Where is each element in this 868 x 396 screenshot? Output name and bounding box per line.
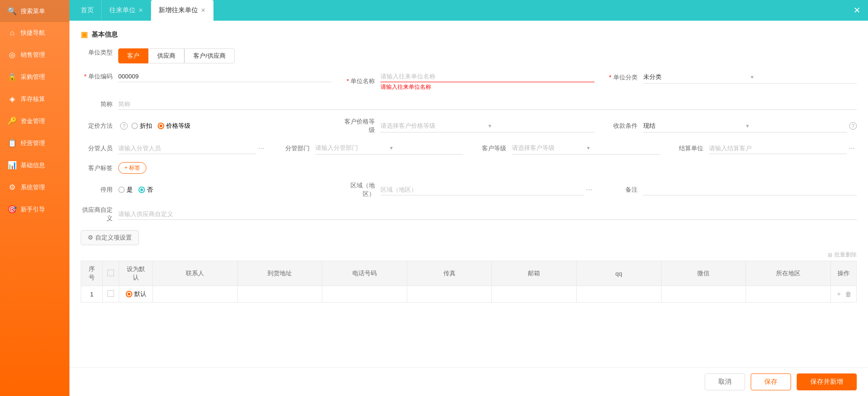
address-input[interactable] bbox=[243, 291, 318, 298]
remark-input-wrap bbox=[643, 184, 857, 195]
payment-terms-label: 收款条件 bbox=[606, 122, 643, 130]
save-new-button[interactable]: 保存并新增 bbox=[797, 373, 857, 390]
inventory-icon: ◈ bbox=[8, 94, 17, 103]
cancel-button[interactable]: 取消 bbox=[705, 373, 745, 390]
field-customer-price-level: 客户价格等级 请选择客户价格等级 ▾ bbox=[343, 117, 594, 134]
col-address: 到货地址 bbox=[237, 261, 322, 286]
cell-fax[interactable] bbox=[407, 286, 492, 303]
email-input[interactable] bbox=[496, 291, 571, 298]
sidebar-item-sales[interactable]: ◎ 销售管理 bbox=[0, 44, 69, 66]
unit-category-select[interactable]: 未分类 ▾ bbox=[643, 71, 857, 84]
sidebar-item-system[interactable]: ⚙ 系统管理 bbox=[0, 176, 69, 198]
fax-input[interactable] bbox=[412, 291, 487, 298]
payment-terms-help-icon[interactable]: ? bbox=[849, 122, 857, 130]
radio-no-circle bbox=[138, 186, 145, 193]
pricing-help-icon[interactable]: ? bbox=[120, 122, 128, 130]
supplier-custom-label: 供应商自定义 bbox=[81, 206, 118, 223]
section-icon: ▣ bbox=[81, 30, 88, 39]
tab-contacts[interactable]: 往来单位 ✕ bbox=[102, 0, 151, 21]
cell-contact[interactable] bbox=[152, 286, 237, 303]
cell-qq[interactable] bbox=[576, 286, 661, 303]
sidebar-item-quick-nav[interactable]: ⌂ 快捷导航 bbox=[0, 22, 69, 44]
row-checkbox[interactable] bbox=[107, 290, 114, 297]
radio-yes[interactable]: 是 bbox=[118, 186, 133, 194]
customer-tag-label: 客户标签 bbox=[81, 164, 118, 172]
radio-default[interactable]: 默认 bbox=[124, 290, 148, 298]
radio-price-level[interactable]: 价格等级 bbox=[158, 122, 190, 130]
del-row-btn[interactable]: 🗑 bbox=[845, 290, 852, 298]
department-label: 分管部门 bbox=[278, 144, 315, 153]
region-dots-btn[interactable]: ··· bbox=[584, 186, 594, 194]
cell-address[interactable] bbox=[237, 286, 322, 303]
region-input[interactable] bbox=[381, 184, 584, 195]
manager-input[interactable] bbox=[118, 143, 256, 154]
btn-both[interactable]: 客户/供应商 bbox=[184, 48, 235, 63]
phone-input[interactable] bbox=[327, 291, 402, 298]
supplier-custom-input[interactable] bbox=[118, 209, 857, 220]
customer-level-select[interactable]: 请选择客户等级 ▾ bbox=[512, 142, 660, 155]
tab-new-contact-close[interactable]: ✕ bbox=[201, 7, 206, 14]
payment-terms-select[interactable]: 现结 ▾ bbox=[643, 120, 847, 132]
unit-name-error: 请输入往来单位名称 bbox=[381, 83, 594, 91]
btn-customer[interactable]: 客户 bbox=[118, 48, 148, 63]
field-unit-category: 单位分类 未分类 ▾ bbox=[606, 71, 857, 84]
department-select[interactable]: 请输入分管部门 ▾ bbox=[315, 142, 464, 155]
short-name-label: 简称 bbox=[81, 100, 118, 109]
main-area: 首页 往来单位 ✕ 新增往来单位 ✕ ✕ ▣ 基本信息 单位类型 客户 供应商 … bbox=[69, 0, 868, 396]
tab-contacts-close[interactable]: ✕ bbox=[138, 7, 143, 14]
table-row: 1 默认 bbox=[81, 286, 857, 303]
tab-new-contact[interactable]: 新增往来单位 ✕ bbox=[151, 0, 213, 21]
tab-home[interactable]: 首页 bbox=[73, 0, 102, 21]
supplier-custom-input-wrap bbox=[118, 209, 857, 220]
wechat-input[interactable] bbox=[666, 291, 741, 298]
sidebar-item-basic-info[interactable]: 📊 基础信息 bbox=[0, 154, 69, 176]
settlement-unit-dots-btn[interactable]: ··· bbox=[847, 144, 857, 153]
row-supplier-custom: 供应商自定义 bbox=[81, 206, 857, 223]
sidebar-item-finance[interactable]: 🔑 资金管理 bbox=[0, 110, 69, 132]
sidebar-item-purchase[interactable]: 🔒 采购管理 bbox=[0, 66, 69, 88]
tabbar-close-all[interactable]: ✕ bbox=[850, 5, 864, 16]
btn-supplier[interactable]: 供应商 bbox=[148, 48, 184, 63]
remark-input[interactable] bbox=[643, 184, 857, 195]
sidebar-item-guide[interactable]: 🎯 新手引导 bbox=[0, 198, 69, 220]
cell-phone[interactable] bbox=[322, 286, 407, 303]
add-row-btn[interactable]: ＋ bbox=[836, 290, 842, 298]
radio-no[interactable]: 否 bbox=[138, 186, 153, 194]
unit-type-label: 单位类型 bbox=[81, 48, 118, 57]
sidebar-item-operations[interactable]: 📋 经营管理 bbox=[0, 132, 69, 154]
sidebar-item-search[interactable]: 🔍 搜索菜单 bbox=[0, 0, 69, 22]
settlement-unit-input[interactable] bbox=[709, 143, 847, 154]
row-manager-dept: 分管人员 ··· 分管部门 请输入分管部门 ▾ 客户等级 请选择客户等级 ▾ bbox=[81, 142, 857, 155]
unit-code-input[interactable] bbox=[118, 71, 332, 82]
field-settlement-unit: 结算单位 ··· bbox=[671, 143, 857, 154]
radio-discount[interactable]: 折扣 bbox=[131, 122, 152, 130]
manager-dots-btn[interactable]: ··· bbox=[256, 144, 266, 153]
manager-input-wrap: ··· bbox=[118, 143, 266, 154]
region-row-input[interactable] bbox=[751, 291, 826, 298]
field-unit-name: 单位名称 请输入往来单位名称 bbox=[343, 71, 594, 91]
cell-checkbox bbox=[103, 286, 119, 303]
cell-email[interactable] bbox=[492, 286, 577, 303]
short-name-input[interactable] bbox=[118, 99, 857, 110]
field-short-name: 简称 bbox=[81, 99, 857, 110]
customer-price-level-arrow: ▾ bbox=[488, 123, 594, 129]
row-code-name-category: 单位编码 单位名称 请输入往来单位名称 单位分类 未分类 ▾ bbox=[81, 71, 857, 91]
qq-input[interactable] bbox=[581, 291, 656, 298]
field-disabled: 停用 是 否 bbox=[81, 186, 332, 194]
unit-name-input[interactable] bbox=[381, 71, 594, 82]
field-region: 区域（地区） ··· bbox=[343, 181, 594, 198]
custom-settings-button[interactable]: ⚙ 自定义项设置 bbox=[81, 230, 139, 245]
save-button[interactable]: 保存 bbox=[751, 373, 791, 390]
cell-region[interactable] bbox=[746, 286, 831, 303]
col-default: 设为默认 bbox=[119, 261, 153, 286]
customer-price-level-select[interactable]: 请选择客户价格等级 ▾ bbox=[381, 120, 594, 132]
cell-wechat[interactable] bbox=[661, 286, 746, 303]
customer-level-placeholder: 请选择客户等级 bbox=[512, 144, 585, 152]
unit-name-label: 单位名称 bbox=[343, 77, 381, 85]
add-tag-button[interactable]: + 标签 bbox=[118, 162, 146, 174]
contact-input[interactable] bbox=[158, 291, 233, 298]
select-all-checkbox[interactable] bbox=[107, 270, 114, 276]
sidebar: 🔍 搜索菜单 ⌂ 快捷导航 ◎ 销售管理 🔒 采购管理 ◈ 库存核算 🔑 资金管… bbox=[0, 0, 69, 396]
manager-label: 分管人员 bbox=[81, 144, 118, 153]
sidebar-item-inventory[interactable]: ◈ 库存核算 bbox=[0, 88, 69, 110]
